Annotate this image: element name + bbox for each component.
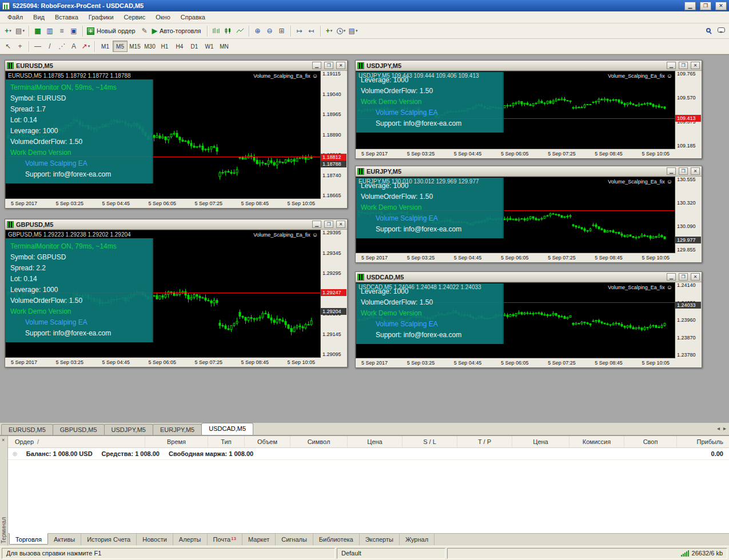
chart-window-gbpusd[interactable]: GBPUSD,M5 ▁ ❐ ✕ GBPUSD,M5 1.29223 1.2923…	[5, 219, 348, 367]
timeframe-w1[interactable]: W1	[202, 41, 217, 52]
chart-window-titlebar[interactable]: USDCAD,M5 ▁ ❐ ✕	[356, 272, 702, 282]
time-axis[interactable]: 5 Sep 20175 Sep 03:255 Sep 04:455 Sep 06…	[5, 199, 321, 208]
terminal-tab-market[interactable]: Маркет	[242, 534, 276, 545]
time-axis[interactable]: 5 Sep 20175 Sep 03:255 Sep 04:455 Sep 06…	[356, 149, 675, 158]
chart-canvas[interactable]: GBPUSD,M5 1.29223 1.29238 1.29202 1.2920…	[5, 230, 321, 358]
search-button[interactable]	[704, 25, 715, 37]
price-axis[interactable]: 1.241401.240501.239601.238701.237801.240…	[675, 282, 702, 358]
autotrading-button[interactable]: ▶Авто-торговля	[151, 25, 204, 37]
chart-window-titlebar[interactable]: EURJPY,M5 ▁ ❐ ✕	[356, 166, 702, 177]
terminal-tab-assets[interactable]: Активы	[48, 534, 81, 545]
chart-tab-eurusd[interactable]: EURUSD,M5	[1, 424, 53, 435]
cursor-button[interactable]: ↖	[2, 40, 14, 53]
timeframe-d1[interactable]: D1	[187, 41, 202, 52]
chart-tab-usdcad[interactable]: USDCAD,M5	[201, 423, 253, 435]
menu-item[interactable]: Графики	[83, 13, 119, 22]
scroll-right-icon[interactable]: ▸	[723, 425, 726, 431]
terminal-tab-experts[interactable]: Эксперты	[360, 534, 400, 545]
ea-smiley-icon[interactable]: ☺	[312, 231, 318, 238]
menu-item[interactable]: Вид	[28, 13, 50, 22]
terminal-tab-alerts[interactable]: Алерты	[173, 534, 208, 545]
chart-window-titlebar[interactable]: EURUSD,M5 ▁ ❐ ✕	[5, 61, 347, 71]
column-header-6[interactable]: S / L	[403, 436, 457, 447]
terminal-tab-mailbox[interactable]: Почта13	[208, 534, 242, 545]
terminal-tab-signals[interactable]: Сигналы	[276, 534, 313, 545]
ea-label[interactable]: Volume_Scalping_Ea_fix☺	[253, 231, 318, 238]
zoom-in-button[interactable]: ⊕	[252, 25, 264, 37]
restore-button[interactable]: ❐	[324, 221, 333, 228]
restore-button[interactable]: ❐	[324, 62, 333, 69]
close-button[interactable]: ✕	[691, 167, 700, 175]
timeframe-h4[interactable]: H4	[172, 41, 187, 52]
chart-tab-eurjpy[interactable]: EURJPY,M5	[153, 424, 202, 435]
column-header-7[interactable]: T / P	[457, 436, 512, 447]
column-header-3[interactable]: Объем	[245, 436, 290, 447]
price-axis[interactable]: 1.191151.190401.189651.188901.188151.187…	[321, 71, 347, 199]
scroll-left-icon[interactable]: ◂	[717, 425, 720, 431]
ea-label[interactable]: Volume_Scalping_Ea_fix☺	[608, 178, 672, 185]
terminal-toggle[interactable]: ▣	[68, 25, 79, 37]
timeframe-m30[interactable]: M30	[142, 41, 157, 52]
ea-label[interactable]: Volume_Scalping_Ea_fix☺	[608, 73, 672, 79]
new-chart-button[interactable]: +▾	[2, 25, 14, 37]
trendline-button[interactable]: /	[44, 40, 55, 53]
terminal-tab-account-history[interactable]: История Счета	[81, 534, 137, 545]
minimize-button[interactable]: ▁	[667, 62, 676, 69]
minimize-button[interactable]: ▁	[667, 167, 676, 175]
column-header-8[interactable]: Цена	[512, 436, 569, 447]
menu-item[interactable]: Сервис	[119, 13, 151, 22]
metaeditor-button[interactable]: ✎	[139, 25, 150, 37]
price-axis[interactable]: 130.555130.320130.090129.855129.977	[675, 177, 702, 253]
chart-canvas[interactable]: USDCAD,M5 1.24046 1.24048 1.24022 1.2403…	[356, 282, 675, 358]
column-header-5[interactable]: Цена	[348, 436, 403, 447]
ea-label[interactable]: Volume_Scalping_Ea_fix☺	[253, 73, 318, 79]
profile-selector[interactable]: Default	[337, 548, 445, 559]
terminal-tab-journal[interactable]: Журнал	[400, 534, 435, 545]
text-tool-button[interactable]: A	[68, 40, 79, 53]
column-header-9[interactable]: Комиссия	[569, 436, 624, 447]
connection-status[interactable]: 26632/6 kb	[447, 548, 727, 559]
time-axis[interactable]: 5 Sep 20175 Sep 03:255 Sep 04:455 Sep 06…	[5, 358, 321, 367]
menu-item[interactable]: Вставка	[50, 13, 83, 22]
timeframe-m15[interactable]: M15	[128, 41, 142, 52]
ea-smiley-icon[interactable]: ☺	[667, 284, 672, 290]
terminal-tab-trade[interactable]: Торговля	[9, 533, 48, 545]
arrows-tool-button[interactable]: ↗▾	[80, 40, 91, 53]
chart-window-usdcad[interactable]: USDCAD,M5 ▁ ❐ ✕ USDCAD,M5 1.24046 1.2404…	[355, 271, 702, 368]
templates-button[interactable]: ▤▾	[348, 25, 359, 37]
time-axis[interactable]: 5 Sep 20175 Sep 03:255 Sep 04:455 Sep 06…	[356, 358, 675, 367]
candlestick-button[interactable]	[222, 25, 234, 37]
timeframe-mn[interactable]: MN	[217, 41, 232, 52]
chart-canvas[interactable]: USDJPY,M5 109.443 109.444 109.406 109.41…	[356, 71, 675, 149]
profiles-button[interactable]: ▤▾	[14, 25, 26, 37]
minimize-button[interactable]: ▁	[312, 221, 321, 228]
column-header-10[interactable]: Своп	[624, 436, 677, 447]
auto-scroll-button[interactable]: ↦	[294, 25, 305, 37]
fibonacci-button[interactable]: ⋰	[56, 40, 67, 53]
menu-item[interactable]: Справка	[176, 13, 210, 22]
price-axis[interactable]: 1.293951.293451.292951.292451.291951.291…	[321, 230, 347, 358]
menu-item[interactable]: Файл	[2, 13, 28, 22]
horizontal-line-button[interactable]: —	[32, 40, 43, 53]
chart-canvas[interactable]: EURUSD,M5 1.18785 1.18792 1.18772 1.1878…	[5, 71, 321, 199]
ea-label[interactable]: Volume_Scalping_Ea_fix☺	[608, 284, 672, 290]
timeframe-h1[interactable]: H1	[157, 41, 172, 52]
chart-tab-gbpusd[interactable]: GBPUSD,M5	[53, 424, 105, 435]
close-terminal-icon[interactable]: ×	[2, 437, 5, 443]
timeframe-m5[interactable]: M5	[113, 41, 128, 52]
terminal-tab-library[interactable]: Библиотека	[313, 534, 360, 545]
ea-smiley-icon[interactable]: ☺	[312, 73, 318, 79]
navigator-toggle[interactable]: ≡	[56, 25, 67, 37]
chart-tab-usdjpy[interactable]: USDJPY,M5	[104, 424, 153, 435]
minimize-button[interactable]: ▁	[667, 273, 676, 281]
zoom-out-button[interactable]: ⊖	[264, 25, 276, 37]
close-button[interactable]: ✕	[715, 2, 727, 10]
chart-window-titlebar[interactable]: GBPUSD,M5 ▁ ❐ ✕	[5, 219, 347, 230]
column-header-2[interactable]: Тип	[208, 436, 245, 447]
time-axis[interactable]: 5 Sep 20175 Sep 03:255 Sep 04:455 Sep 06…	[356, 253, 675, 262]
timeframe-m1[interactable]: M1	[98, 41, 113, 52]
bar-chart-button[interactable]	[210, 25, 222, 37]
close-button[interactable]: ✕	[691, 273, 700, 281]
ea-smiley-icon[interactable]: ☺	[667, 178, 672, 185]
column-header-1[interactable]: Время	[145, 436, 208, 447]
